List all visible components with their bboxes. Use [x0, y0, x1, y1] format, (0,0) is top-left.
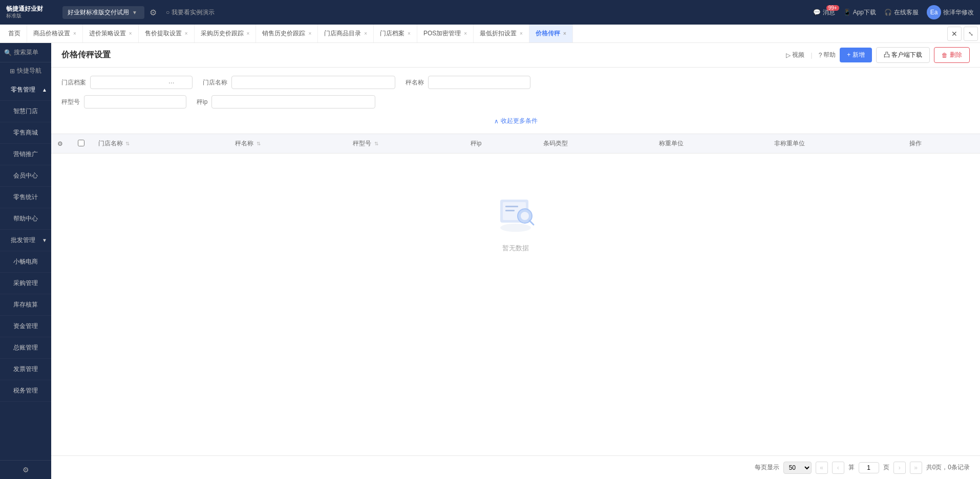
- close-icon[interactable]: ×: [73, 31, 76, 36]
- quick-nav-label: 快捷导航: [17, 67, 41, 75]
- tab-sale-price[interactable]: 售价提取设置 ×: [139, 25, 195, 43]
- app-download-button[interactable]: 📱 App下载: [843, 8, 876, 17]
- chevron-down-icon: ▼: [42, 237, 47, 243]
- sidebar: 🔍 搜索菜单 ⊞ 快捷导航 零售管理 ▲ 智慧门店 零售商城 营销推广 会员中心…: [0, 43, 51, 479]
- demo-link[interactable]: ○ 我要看实例演示: [166, 8, 215, 17]
- page-prefix-label: 算: [848, 463, 855, 472]
- close-icon[interactable]: ×: [308, 31, 311, 36]
- help-link[interactable]: ? 帮助: [819, 51, 836, 59]
- tab-purchase-strategy[interactable]: 进价策略设置 ×: [83, 25, 139, 43]
- maximize-button[interactable]: ⤡: [964, 27, 978, 41]
- version-selector[interactable]: 好业财标准版交付试用 ▼: [62, 6, 144, 19]
- sidebar-item-retail-mall[interactable]: 零售商城: [0, 122, 51, 144]
- tab-sales-history[interactable]: 销售历史价跟踪 ×: [256, 25, 318, 43]
- sidebar-item-label: 总账管理: [4, 343, 47, 352]
- scale-model-input[interactable]: [84, 95, 186, 108]
- gear-icon[interactable]: ⚙: [23, 466, 29, 474]
- first-page-button[interactable]: «: [816, 462, 828, 474]
- th-scale-name: 秤名称 ⇅: [229, 134, 347, 154]
- close-icon[interactable]: ×: [185, 31, 188, 36]
- sidebar-item-tax[interactable]: 税务管理: [0, 380, 51, 402]
- close-icon[interactable]: ×: [247, 31, 250, 36]
- th-actions: 操作: [903, 134, 980, 154]
- svg-rect-6: [505, 206, 518, 207]
- tab-home[interactable]: 首页: [2, 25, 27, 43]
- prev-page-icon: ‹: [837, 464, 839, 471]
- tab-purchase-history[interactable]: 采购历史价跟踪 ×: [195, 25, 257, 43]
- tab-price-scale[interactable]: 价格传秤 ×: [529, 25, 573, 43]
- tab-pos-encrypt[interactable]: POS加密管理 ×: [417, 25, 474, 43]
- sidebar-item-wholesale[interactable]: 批发管理 ▼: [0, 230, 51, 251]
- search-icon: 🔍: [4, 49, 12, 56]
- sidebar-item-smart-store[interactable]: 智慧门店: [0, 101, 51, 122]
- per-page-select[interactable]: 50 10 20 100: [783, 462, 812, 474]
- close-icon[interactable]: ×: [408, 31, 411, 36]
- column-settings-icon[interactable]: ⚙: [57, 140, 63, 147]
- tab-store-archive[interactable]: 门店档案 ×: [374, 25, 417, 43]
- prev-page-button[interactable]: ‹: [832, 462, 844, 474]
- sidebar-item-retail[interactable]: 零售管理 ▲: [0, 79, 51, 101]
- sidebar-item-ecommerce[interactable]: 小畅电商: [0, 251, 51, 273]
- sort-icon[interactable]: ⇅: [257, 141, 261, 146]
- close-icon[interactable]: ×: [364, 31, 367, 36]
- page-input[interactable]: [859, 462, 879, 473]
- sidebar-item-help[interactable]: 帮助中心: [0, 208, 51, 230]
- filter-store-name: 门店名称: [203, 76, 395, 89]
- logo-title: 畅捷通好业财: [6, 5, 43, 12]
- filter-scale-ip: 秤ip: [197, 95, 375, 108]
- close-icon[interactable]: ×: [129, 31, 132, 36]
- message-button[interactable]: 💬 消息 99+: [813, 8, 835, 17]
- demo-icon: ○: [166, 9, 169, 16]
- settings-icon[interactable]: ⚙: [150, 8, 157, 17]
- sort-icon[interactable]: ⇅: [374, 141, 378, 146]
- th-settings[interactable]: ⚙: [51, 134, 72, 154]
- user-name-label: 徐泽华修改: [943, 8, 974, 17]
- sidebar-item-retail-stats[interactable]: 零售统计: [0, 187, 51, 208]
- sidebar-item-purchase[interactable]: 采购管理: [0, 273, 51, 294]
- first-page-icon: «: [820, 464, 823, 471]
- collapse-button[interactable]: ∧ 收起更多条件: [494, 117, 538, 125]
- scale-ip-input[interactable]: [211, 95, 375, 108]
- page-header-actions: ▷ 视频 | ? 帮助 + 新增 凸 客户端下载 🗑 删除: [786, 47, 970, 63]
- delete-button[interactable]: 🗑 删除: [934, 47, 970, 63]
- sort-icon[interactable]: ⇅: [125, 141, 130, 146]
- filter-row-2: 秤型号 秤ip: [61, 95, 970, 108]
- online-service-button[interactable]: 🎧 在线客服: [884, 8, 919, 17]
- sidebar-item-invoice[interactable]: 发票管理: [0, 359, 51, 380]
- store-archive-label: 门店档案: [61, 78, 86, 87]
- headset-icon: 🎧: [884, 9, 892, 16]
- more-icon[interactable]: ···: [168, 78, 175, 86]
- empty-state: 暂无数据: [51, 154, 980, 284]
- video-label: 视频: [792, 51, 804, 59]
- user-menu[interactable]: Ea 徐泽华修改: [927, 5, 974, 19]
- tab-min-discount[interactable]: 最低折扣设置 ×: [474, 25, 529, 43]
- sidebar-search[interactable]: 🔍 搜索菜单: [0, 43, 51, 62]
- sidebar-item-marketing[interactable]: 营销推广: [0, 144, 51, 165]
- close-icon[interactable]: ×: [563, 31, 566, 36]
- store-archive-input-wrapper[interactable]: ···: [90, 76, 193, 89]
- close-tab-button[interactable]: ✕: [947, 27, 962, 41]
- close-icon[interactable]: ×: [520, 31, 523, 36]
- last-page-button[interactable]: »: [910, 462, 922, 474]
- store-archive-input[interactable]: [95, 79, 166, 86]
- sidebar-item-inventory[interactable]: 库存核算: [0, 294, 51, 316]
- sidebar-item-member[interactable]: 会员中心: [0, 165, 51, 187]
- add-button[interactable]: + 新增: [840, 48, 871, 62]
- sidebar-quick-nav[interactable]: ⊞ 快捷导航: [0, 62, 51, 79]
- tab-store-catalog[interactable]: 门店商品目录 ×: [318, 25, 374, 43]
- nav-right-actions: ✕ ⤡: [947, 27, 978, 41]
- demo-link-label: 我要看实例演示: [172, 8, 215, 17]
- sidebar-item-finance[interactable]: 资金管理: [0, 316, 51, 337]
- close-icon[interactable]: ×: [464, 31, 467, 36]
- message-icon: 💬: [813, 9, 821, 16]
- question-icon: ?: [819, 52, 822, 59]
- next-page-button[interactable]: ›: [893, 462, 906, 474]
- download-button[interactable]: 凸 客户端下载: [876, 47, 930, 63]
- tab-product-price[interactable]: 商品价格设置 ×: [27, 25, 83, 43]
- store-name-input[interactable]: [231, 76, 395, 89]
- scale-name-input[interactable]: [428, 76, 530, 89]
- sidebar-item-general-ledger[interactable]: 总账管理: [0, 337, 51, 359]
- select-all-checkbox[interactable]: [78, 140, 84, 146]
- total-info: 共0页，0条记录: [926, 463, 970, 472]
- video-link[interactable]: ▷ 视频: [786, 51, 804, 59]
